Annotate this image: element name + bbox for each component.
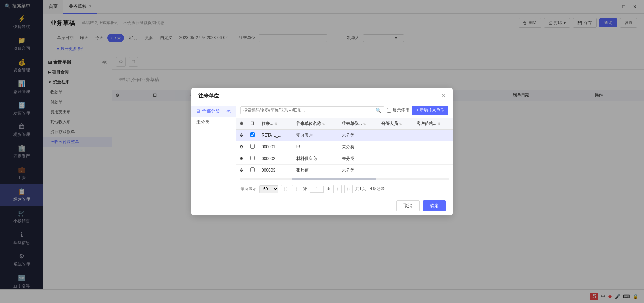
row-checkbox[interactable] [247,153,258,164]
scrollbar-thumb [292,178,376,180]
search-icon: 🔍 [376,108,381,113]
row-checkbox[interactable] [247,141,258,153]
dialog-table-container: ⚙ ☐ 往来...⇅ 往来单位名称⇅ 往来单位...⇅ [236,118,453,176]
dialog-toolbar: 🔍 显示停用 + 新增往来单位 [236,103,453,118]
row-settings[interactable]: ⚙ [236,164,247,176]
show-disabled-label[interactable]: 显示停用 [387,107,409,113]
dialog-search-box[interactable]: 🔍 [240,106,384,114]
row-category: 未分类 [338,164,378,176]
page-label: 第 [303,186,307,192]
row-manager [378,153,413,164]
row-settings[interactable]: ⚙ [236,153,247,164]
row-code: 000003 [258,164,293,176]
dialog-body: ⊞ 全部分类 ≪ 未分类 🔍 显示停用 [191,103,453,196]
dialog-header: 往来单位 ✕ [191,88,453,103]
row-code: 000001 [258,141,293,153]
row-manager [378,141,413,153]
row-code: RETAIL_... [258,129,293,141]
per-page-select[interactable]: 50 100 [259,185,278,193]
table-row[interactable]: ⚙ RETAIL_... 零散客户 未分类 [236,129,453,141]
dialog-left-all[interactable]: ⊞ 全部分类 ≪ [191,106,236,117]
dialog-left-unclassified[interactable]: 未分类 [191,117,236,128]
table-row[interactable]: ⚙ 000002 材料供应商 未分类 [236,153,453,164]
row-name: 甲 [293,141,338,153]
dialog-right-panel: 🔍 显示停用 + 新增往来单位 ⚙ ☐ [236,103,453,196]
dialog-footer-bar: 每页显示 50 100 ⟨⟨ ⟨ 第 页 ⟩ ⟩⟩ 共1页，4条记录 [236,182,453,196]
page-last-btn[interactable]: ⟩⟩ [344,185,353,193]
dialog-left-panel: ⊞ 全部分类 ≪ 未分类 [191,103,236,196]
row-price [413,153,453,164]
dialog-col-price[interactable]: 客户价格...⇅ [413,118,453,130]
dialog-title: 往来单位 [198,93,219,99]
dialog-search-input[interactable] [243,108,374,113]
dialog-col-checkbox[interactable]: ☐ [247,118,258,130]
row-price [413,164,453,176]
dialog-col-settings[interactable]: ⚙ [236,118,247,130]
dialog-action-footer: 取消 确定 [191,196,453,215]
row-price [413,141,453,153]
show-disabled-checkbox[interactable] [387,108,391,113]
row-category: 未分类 [338,153,378,164]
row-settings[interactable]: ⚙ [236,141,247,153]
dialog-col-manager[interactable]: 分管人员⇅ [378,118,413,130]
row-name: 张帅傅 [293,164,338,176]
row-manager [378,164,413,176]
table-row[interactable]: ⚙ 000003 张帅傅 未分类 [236,164,453,176]
total-label: 共1页，4条记录 [355,186,385,192]
row-name: 材料供应商 [293,153,338,164]
row-checkbox[interactable] [247,129,258,141]
dialog-col-name[interactable]: 往来单位名称⇅ [293,118,338,130]
page-prev-btn[interactable]: ⟨ [292,185,300,193]
row-settings[interactable]: ⚙ [236,129,247,141]
new-party-button[interactable]: + 新增往来单位 [412,106,448,115]
row-name: 零散客户 [293,129,338,141]
cancel-button[interactable]: 取消 [396,200,420,211]
row-manager [378,129,413,141]
page-input[interactable] [310,186,324,193]
page-suffix: 页 [326,186,331,192]
row-price [413,129,453,141]
horizontal-scrollbar[interactable] [240,178,449,180]
dialog-table: ⚙ ☐ 往来...⇅ 往来单位名称⇅ 往来单位...⇅ [236,118,453,176]
page-first-btn[interactable]: ⟨⟨ [281,185,289,193]
row-code: 000002 [258,153,293,164]
row-category: 未分类 [338,129,378,141]
confirm-button[interactable]: 确定 [423,200,446,211]
page-next-btn[interactable]: ⟩ [333,185,342,193]
dialog-close-button[interactable]: ✕ [441,93,446,99]
collapse-left-icon[interactable]: ≪ [226,109,231,114]
per-page-label: 每页显示 [240,186,257,192]
modal-overlay[interactable]: 往来单位 ✕ ⊞ 全部分类 ≪ 未分类 🔍 [0,0,644,303]
row-checkbox[interactable] [247,164,258,176]
dialog-col-category[interactable]: 往来单位...⇅ [338,118,378,130]
table-row[interactable]: ⚙ 000001 甲 未分类 [236,141,453,153]
row-category: 未分类 [338,141,378,153]
dialog-col-code[interactable]: 往来...⇅ [258,118,293,130]
party-dialog: 往来单位 ✕ ⊞ 全部分类 ≪ 未分类 🔍 [191,88,453,215]
